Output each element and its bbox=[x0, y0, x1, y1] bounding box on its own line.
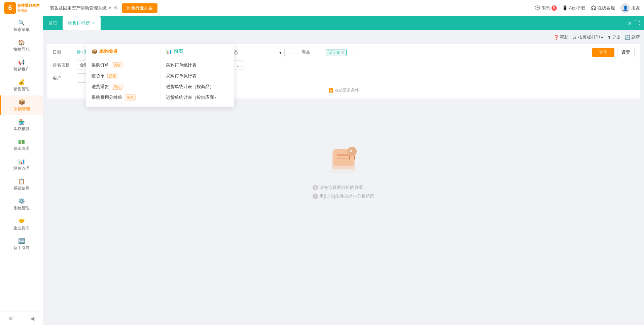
tab-close-all-icon[interactable]: ✕ bbox=[628, 20, 632, 27]
goods-tag-close-icon[interactable]: ✕ bbox=[341, 50, 344, 55]
sidebar-system-icon: ⚙️ bbox=[18, 198, 25, 204]
dropdown-purchase-item[interactable]: 进货退货历史 bbox=[92, 81, 155, 92]
top-bar-right: 💬 消息 5 📱 App下载 🎧 在线客服 👤 用友 bbox=[535, 3, 640, 13]
tip2-dot: 2 bbox=[313, 194, 318, 199]
report-item-label: 采购订单统计表 bbox=[166, 62, 196, 68]
sidebar-item-search[interactable]: 🔍搜索菜单 bbox=[0, 16, 43, 36]
tab-close-icon[interactable]: ✕ bbox=[92, 21, 95, 26]
headset-icon: 🎧 bbox=[591, 5, 596, 10]
sidebar-item-quick[interactable]: 🏠快捷导航 bbox=[0, 36, 43, 56]
bill-status-arrow-icon: ▾ bbox=[279, 50, 282, 55]
svg-rect-4 bbox=[337, 158, 347, 159]
export-btn[interactable]: ⬆ 导出 bbox=[607, 34, 621, 40]
bill-status-more-icon[interactable]: … bbox=[289, 50, 293, 55]
sidebar-purchase-label: 采购管理 bbox=[14, 106, 30, 112]
sidebar-system-label: 系统管理 bbox=[13, 205, 30, 211]
sidebar-operation-icon: 📊 bbox=[18, 158, 25, 165]
sidebar-inventory-label: 库存核算 bbox=[13, 126, 30, 132]
refresh-icon: 🔄 bbox=[625, 35, 630, 40]
message-icon: 💬 bbox=[535, 5, 540, 10]
goods-more-icon[interactable]: … bbox=[351, 50, 355, 55]
sidebar-item-marketing[interactable]: 📢营销推广 bbox=[0, 56, 43, 76]
print-btn[interactable]: 🖨 按模板打印 ▾ bbox=[573, 34, 603, 40]
empty-illustration bbox=[323, 137, 364, 178]
export-icon: ⬆ bbox=[607, 35, 611, 40]
sidebar-marketing-label: 营销推广 bbox=[13, 67, 30, 72]
sidebar-item-finance[interactable]: 💵资金管理 bbox=[0, 135, 43, 155]
report-items: 采购订单统计表采购订单执行表进货单统计表（按商品）进货单统计表（按供应商） bbox=[166, 60, 229, 103]
dropdown-purchase-item[interactable]: 采购订单历史 bbox=[92, 60, 155, 71]
sidebar-item-system[interactable]: ⚙️系统管理 bbox=[0, 195, 43, 214]
industry-btn[interactable]: 体验行业方案 bbox=[122, 3, 157, 13]
sidebar-item-guide[interactable]: 🆕新手引导 bbox=[0, 234, 43, 254]
report-item-label: 采购订单执行表 bbox=[166, 73, 196, 79]
sidebar-item-basic[interactable]: 📋基础信息 bbox=[0, 175, 43, 195]
logo-text: 畅捷通好生意 标准版 bbox=[17, 3, 40, 13]
content-body: ❓ 帮助 🖨 按模板打印 ▾ ⬆ 导出 🔄 刷新 bbox=[43, 30, 644, 325]
help-btn[interactable]: ❓ 帮助 bbox=[553, 34, 569, 40]
sidebar-basic-icon: 📋 bbox=[18, 178, 25, 185]
sidebar-search-icon: 🔍 bbox=[18, 19, 25, 26]
sidebar-sales-icon: 💰 bbox=[18, 79, 25, 85]
dropdown-arrow-icon[interactable]: ▾ bbox=[109, 5, 111, 10]
toolbar: ❓ 帮助 🖨 按模板打印 ▾ ⬆ 导出 🔄 刷新 bbox=[47, 34, 640, 40]
setting-btn[interactable]: 设置 bbox=[617, 48, 635, 57]
settings-icon[interactable]: ⚙ bbox=[114, 5, 118, 10]
print-dropdown-icon[interactable]: ▾ bbox=[601, 35, 603, 40]
top-bar: 6 畅捷通好生意 标准版 装备及固定资产辅助管理系统 ▾ ⚙ 体验行业方案 💬 … bbox=[0, 0, 644, 16]
sidebar: 🔍搜索菜单🏠快捷导航📢营销推广💰销售管理📦采购管理🏪库存核算💵资金管理📊经营管理… bbox=[0, 16, 43, 325]
report-item-label: 进货单统计表（按供应商） bbox=[166, 94, 218, 100]
dropdown-menu: 📦 采购业务 采购订单历史进货单历史进货退货历史采购费用分摊单历史 📊 报表 采… bbox=[86, 44, 234, 107]
app-download-btn[interactable]: 📱 App下载 bbox=[562, 5, 585, 11]
report-icon: 📊 bbox=[166, 49, 172, 54]
tab-home-label: 首页 bbox=[48, 20, 57, 26]
sidebar-marketing-icon: 📢 bbox=[18, 59, 25, 66]
sidebar-quick-icon: 🏠 bbox=[18, 39, 25, 46]
empty-state: 1请先选择要分析的方案 2用[过滤]条件来缩小分析范围 bbox=[47, 102, 640, 236]
sidebar-search-label: 搜索菜单 bbox=[13, 27, 30, 33]
dropdown-purchase-item[interactable]: 采购费用分摊单历史 bbox=[92, 92, 155, 103]
tip1-dot: 1 bbox=[313, 185, 318, 190]
dropdown-report-item[interactable]: 进货单统计表（按供应商） bbox=[166, 92, 229, 103]
tab-home[interactable]: 首页 bbox=[43, 16, 63, 30]
sidebar-collapse-icon[interactable]: ◀ bbox=[30, 315, 34, 322]
dropdown-purchase-col: 📦 采购业务 采购订单历史进货单历史进货退货历史采购费用分摊单历史 bbox=[86, 44, 160, 107]
date-label: 日期 bbox=[52, 49, 73, 55]
tab-actions: ✕ ⛶ bbox=[628, 20, 644, 27]
message-btn[interactable]: 💬 消息 5 bbox=[535, 5, 557, 11]
sidebar-item-inventory[interactable]: 🏪库存核算 bbox=[0, 115, 43, 135]
refresh-btn[interactable]: 🔄 刷新 bbox=[625, 34, 640, 40]
print-icon: 🖨 bbox=[573, 35, 577, 40]
sidebar-inventory-icon: 🏪 bbox=[18, 119, 25, 125]
query-btn[interactable]: 查询 bbox=[592, 48, 614, 57]
goods-tag: 设计素 ✕ bbox=[326, 49, 347, 56]
sidebar-item-purchase[interactable]: 📦采购管理 bbox=[0, 95, 43, 115]
empty-tips: 1请先选择要分析的方案 2用[过滤]条件来缩小分析范围 bbox=[313, 183, 374, 201]
dropdown-report-col: 📊 报表 采购订单统计表采购订单执行表进货单统计表（按商品）进货单统计表（按供应… bbox=[160, 44, 235, 107]
tab-expand-icon[interactable]: ⛶ bbox=[635, 20, 640, 26]
message-badge: 5 bbox=[551, 5, 557, 11]
hist-badge: 历史 bbox=[125, 94, 136, 100]
dropdown-report-item[interactable]: 采购订单统计表 bbox=[166, 60, 229, 71]
sidebar-item-sales[interactable]: 💰销售管理 bbox=[0, 76, 43, 95]
purchase-item-label: 采购费用分摊单 bbox=[92, 94, 122, 100]
sidebar-operation-label: 经营管理 bbox=[13, 166, 30, 171]
svg-rect-3 bbox=[337, 154, 350, 156]
user-btn[interactable]: 👤 用友 bbox=[620, 3, 640, 13]
phone-icon: 📱 bbox=[562, 5, 568, 10]
sidebar-settings-icon[interactable]: ⚙ bbox=[8, 315, 13, 322]
dropdown-report-title: 📊 报表 bbox=[166, 48, 229, 56]
main-area: 🔍搜索菜单🏠快捷导航📢营销推广💰销售管理📦采购管理🏪库存核算💵资金管理📊经营管理… bbox=[0, 16, 644, 325]
rank-label: 排名项目 bbox=[52, 62, 73, 68]
sidebar-item-operation[interactable]: 📊经营管理 bbox=[0, 155, 43, 175]
sidebar-item-enterprise[interactable]: 🤝企业协同 bbox=[0, 214, 43, 234]
sidebar-finance-icon: 💵 bbox=[18, 138, 25, 145]
tab-sales-rank[interactable]: 销售排行榜 ✕ bbox=[63, 16, 101, 30]
online-service-btn[interactable]: 🎧 在线客服 bbox=[591, 5, 615, 11]
dropdown-report-item[interactable]: 采购订单执行表 bbox=[166, 71, 229, 81]
sidebar-guide-label: 新手引导 bbox=[13, 245, 30, 251]
dropdown-purchase-item[interactable]: 进货单历史 bbox=[92, 71, 155, 81]
dropdown-report-item[interactable]: 进货单统计表（按商品） bbox=[166, 81, 229, 92]
customer-label: 客户 bbox=[52, 75, 73, 81]
report-item-label: 进货单统计表（按商品） bbox=[166, 84, 214, 90]
